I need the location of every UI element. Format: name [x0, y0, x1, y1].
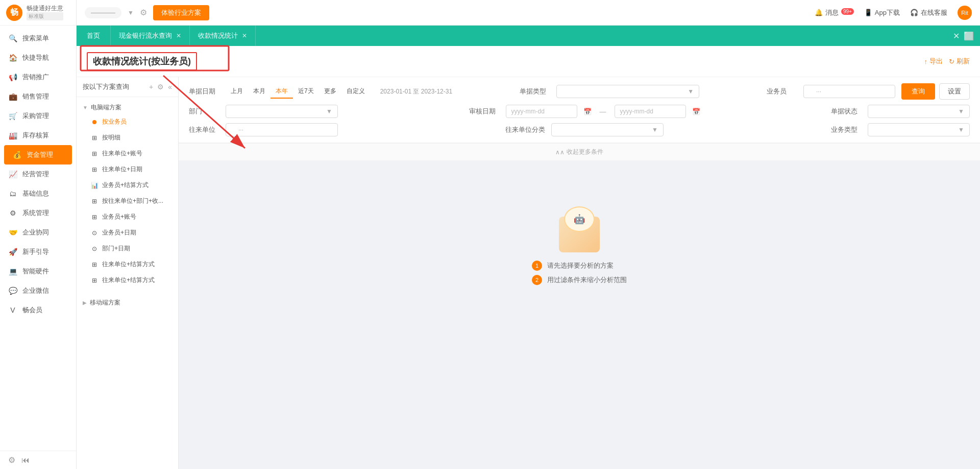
panel-header-label: 按以下方案查询	[83, 82, 129, 91]
settings-footer-icon[interactable]: ⚙	[8, 455, 15, 465]
panel-item-partner-dept[interactable]: ⊞ 按往来单位+部门+收...	[77, 193, 178, 209]
doc-status-select[interactable]: ▼	[868, 105, 970, 118]
preset-this-year[interactable]: 本年	[271, 85, 293, 99]
online-service-item[interactable]: 🎧 在线客服	[910, 8, 947, 17]
sidebar-item-sales[interactable]: 💼 销售管理	[0, 87, 76, 106]
preset-custom[interactable]: 自定义	[341, 85, 370, 99]
sidebar-item-search[interactable]: 🔍 搜索菜单	[0, 29, 76, 48]
hardware-icon: 💻	[8, 267, 17, 276]
wechat-icon: 💬	[8, 286, 17, 295]
export-button[interactable]: ↑ 导出	[924, 57, 943, 66]
bell-icon: 🔔	[815, 9, 823, 16]
sidebar-item-purchase[interactable]: 🛒 采购管理	[0, 106, 76, 126]
panel-desktop-header[interactable]: ▼ 电脑端方案	[77, 101, 178, 114]
panel-item-salesman[interactable]: 按业务员	[77, 114, 178, 130]
panel-section-mobile: ▶ 移动端方案	[77, 292, 178, 313]
sidebar-item-quicknav[interactable]: 🏠 快捷导航	[0, 48, 76, 67]
biz-type-label: 业务类型	[831, 125, 862, 134]
filter-row-date: 单据日期 上月 本月 本年 近7天 更多 自定义 2023-01-01 至 20…	[189, 83, 970, 100]
panel-item-partner-settle1[interactable]: ⊞ 往来单位+结算方式	[77, 256, 178, 272]
maximize-icon[interactable]: ⬜	[964, 31, 974, 41]
export-icon: ↑	[924, 58, 928, 65]
partner-category-arrow: ▼	[652, 126, 658, 133]
doc-type-select[interactable]: ▼	[556, 85, 699, 98]
sidebar-item-enterprise[interactable]: 🤝 企业协同	[0, 223, 76, 242]
audit-calendar-to[interactable]: 📅	[692, 108, 700, 115]
app-download-item[interactable]: 📱 App下载	[864, 8, 900, 17]
panel-item-ss-label: 业务员+结算方式	[102, 181, 149, 190]
right-content: 单据日期 上月 本月 本年 近7天 更多 自定义 2023-01-01 至 20…	[179, 77, 980, 469]
panel-item-salesman-settle[interactable]: 📊 业务员+结算方式	[77, 177, 178, 193]
sidebar-item-hardware[interactable]: 💻 智能硬件	[0, 262, 76, 281]
sidebar-item-sales-label: 销售管理	[22, 92, 49, 101]
tab-collection-close[interactable]: ✕	[242, 32, 247, 39]
panel-item-partner-settle2[interactable]: ⊞ 往来单位+结算方式	[77, 272, 178, 288]
breadcrumb-dropdown[interactable]: ▼	[128, 9, 134, 16]
preset-more[interactable]: 更多	[319, 85, 341, 99]
partner-select[interactable]: ···	[226, 123, 338, 136]
tab-collection[interactable]: 收款情况统计 ✕	[190, 26, 256, 46]
panel-desktop-arrow: ▼	[83, 105, 88, 110]
panel-item-partner-date[interactable]: ⊞ 往来单位+日期	[77, 161, 178, 177]
refresh-button[interactable]: ↻ 刷新	[949, 57, 970, 66]
partner-category-select[interactable]: ▼	[551, 123, 664, 136]
panel-item-partner-account[interactable]: ⊞ 往来单位+账号	[77, 146, 178, 161]
date-presets: 上月 本月 本年 近7天 更多 自定义	[226, 85, 370, 99]
step-1-label: 请先选择要分析的方案	[547, 261, 614, 270]
panel-item-detail-icon: ⊞	[91, 134, 98, 142]
tab-bank-close[interactable]: ✕	[176, 32, 181, 39]
sidebar-item-operation-label: 经营管理	[22, 170, 49, 179]
close-window-icon[interactable]: ✕	[953, 31, 960, 41]
dept-select[interactable]: ▼	[226, 105, 338, 118]
preset-this-month[interactable]: 本月	[248, 85, 271, 99]
biz-type-select[interactable]: ▼	[868, 123, 970, 136]
enterprise-icon: 🤝	[8, 228, 17, 237]
sidebar-item-operation[interactable]: 📈 经营管理	[0, 165, 76, 184]
sidebar-item-finance[interactable]: 💰 资金管理	[4, 145, 72, 165]
panel-item-pa-label: 往来单位+账号	[102, 149, 142, 158]
audit-date-to[interactable]: yyyy-mm-dd	[615, 105, 686, 118]
doc-type-arrow: ▼	[688, 88, 694, 95]
sidebar-item-inventory[interactable]: 🏭 库存核算	[0, 126, 76, 145]
filter-actions: 查询 设置	[901, 83, 970, 100]
query-button[interactable]: 查询	[901, 83, 935, 100]
tab-bank[interactable]: 现金银行流水查询 ✕	[111, 26, 190, 46]
panel-item-detail[interactable]: ⊞ 按明细	[77, 130, 178, 146]
collapse-footer-icon[interactable]: ⏮	[21, 456, 30, 465]
panel-collapse-icon[interactable]: «	[168, 83, 172, 91]
sidebar-item-marketing[interactable]: 📢 营销推广	[0, 67, 76, 87]
purchase-icon: 🛒	[8, 111, 17, 121]
header-gear-icon[interactable]: ⚙	[140, 8, 147, 17]
preset-7days[interactable]: 近7天	[293, 85, 319, 99]
sidebar-item-guide[interactable]: 🚀 新手引导	[0, 242, 76, 262]
salesman-select[interactable]: ···	[803, 85, 895, 98]
top-header: ———— ▼ ⚙ 体验行业方案 🔔 消息 99+ 📱 App下载 🎧 在线客服 …	[77, 0, 980, 26]
salesman-more[interactable]: ···	[813, 88, 824, 95]
preset-last-month[interactable]: 上月	[226, 85, 248, 99]
panel-item-dept-date[interactable]: ⊙ 部门+日期	[77, 241, 178, 256]
panel-settings-icon[interactable]: ⚙	[157, 83, 164, 91]
notification-item[interactable]: 🔔 消息 99+	[815, 8, 854, 17]
panel-add-icon[interactable]: +	[149, 83, 153, 91]
empty-step-1: 1 请先选择要分析的方案	[532, 261, 627, 271]
panel-item-pd-label: 往来单位+日期	[102, 165, 142, 174]
panel-item-salesman-account[interactable]: ⊞ 业务员+账号	[77, 209, 178, 225]
collapse-label: 收起更多条件	[567, 148, 603, 156]
sidebar-item-marketing-label: 营销推广	[22, 73, 49, 82]
collapse-bar[interactable]: ∧∧ 收起更多条件	[179, 143, 980, 160]
sidebar-item-system[interactable]: ⚙ 系统管理	[0, 203, 76, 223]
audit-date-from[interactable]: yyyy-mm-dd	[506, 105, 577, 118]
sidebar-item-wechat[interactable]: 💬 企业微信	[0, 281, 76, 300]
panel-item-salesman-date[interactable]: ⊙ 业务员+日期	[77, 225, 178, 241]
tab-home[interactable]: 首页	[77, 26, 111, 46]
panel-mobile-header[interactable]: ▶ 移动端方案	[77, 296, 178, 309]
sidebar-item-basic[interactable]: 🗂 基础信息	[0, 184, 76, 203]
user-avatar[interactable]: Rit	[958, 6, 972, 20]
partner-more-icon[interactable]: ···	[235, 126, 247, 133]
settings-button[interactable]: 设置	[939, 83, 970, 100]
sidebar-item-hardware-label: 智能硬件	[22, 267, 49, 276]
panel-item-pa-icon: ⊞	[91, 150, 98, 157]
audit-calendar-from[interactable]: 📅	[583, 108, 592, 115]
sidebar-item-member[interactable]: V 畅会员	[0, 300, 76, 320]
trial-button[interactable]: 体验行业方案	[153, 5, 209, 20]
